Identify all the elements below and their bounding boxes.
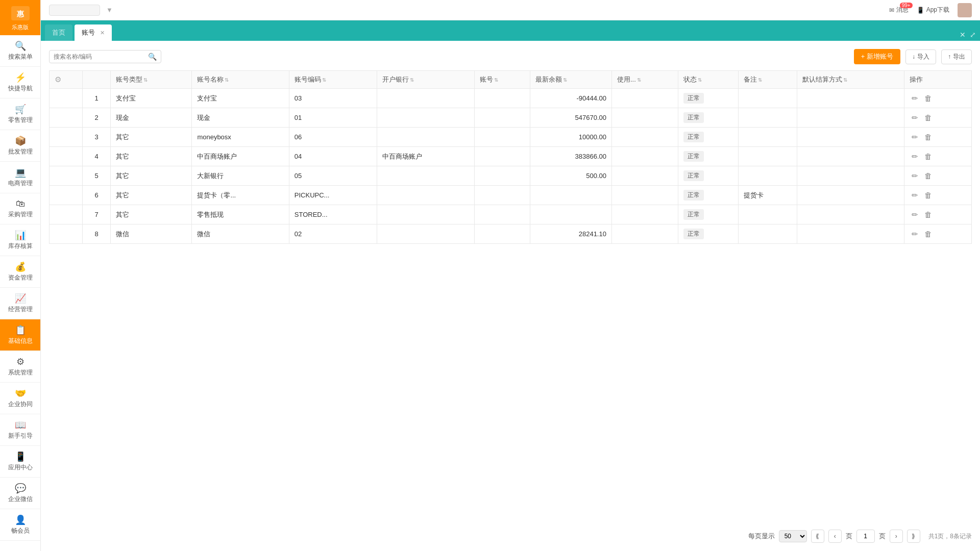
gear-icon[interactable]: ⚙ [55, 75, 61, 84]
sidebar-item-purchase[interactable]: 🛍 采购管理 [0, 193, 40, 224]
sidebar-item-new-guide[interactable]: 📖 新手引导 [0, 414, 40, 446]
per-page-select[interactable]: 50 20 100 [779, 530, 807, 542]
row-remark [738, 166, 797, 186]
row-account-code: 04 [289, 147, 377, 166]
col-settings[interactable]: ⚙ [50, 71, 83, 89]
tab-close-all-icon[interactable]: ✕ [960, 31, 966, 39]
per-page-label: 每页显示 [748, 532, 775, 541]
sidebar-item-finance[interactable]: 💰 资金管理 [0, 256, 40, 288]
user-avatar[interactable] [958, 3, 972, 17]
sort-icon: ⇅ [698, 77, 702, 83]
edit-button[interactable]: ✏ [910, 210, 920, 219]
col-account-no[interactable]: 账号⇅ [474, 71, 530, 89]
tab-home-label: 首页 [52, 28, 65, 37]
sidebar-item-label: 采购管理 [8, 210, 33, 219]
row-account-name: 大新银行 [192, 166, 289, 186]
row-usage [611, 205, 678, 224]
last-page-button[interactable]: ⟫ [907, 530, 920, 543]
edit-button[interactable]: ✏ [910, 94, 920, 103]
col-remark[interactable]: 备注⇅ [738, 71, 797, 89]
col-account-name[interactable]: 账号名称⇅ [192, 71, 289, 89]
col-bank[interactable]: 开户银行⇅ [377, 71, 474, 89]
row-status: 正常 [678, 147, 738, 166]
add-account-button[interactable]: + 新增账号 [854, 49, 900, 64]
row-account-no [474, 205, 530, 224]
sidebar-item-search-menu[interactable]: 🔍 搜索菜单 [0, 35, 40, 67]
delete-button[interactable]: 🗑 [922, 94, 934, 103]
svg-text:惠: 惠 [16, 10, 24, 18]
app-download-button[interactable]: 📱 App下载 [917, 6, 949, 14]
sort-icon: ⇅ [494, 77, 498, 83]
sidebar-item-inventory[interactable]: 📊 库存核算 [0, 224, 40, 256]
table-row: 2 现金 现金 01 547670.00 正常 ✏ 🗑 [50, 108, 972, 128]
row-remark [738, 147, 797, 166]
sidebar-item-retail[interactable]: 🛒 零售管理 [0, 98, 40, 130]
first-page-button[interactable]: ⟪ [811, 530, 824, 543]
search-icon[interactable]: 🔍 [148, 53, 157, 61]
tab-account[interactable]: 账号 ✕ [75, 24, 112, 41]
edit-button[interactable]: ✏ [910, 230, 920, 239]
sidebar-item-label: 企业协同 [8, 400, 33, 409]
export-button[interactable]: ↑ 导出 [941, 49, 972, 64]
sidebar-logo[interactable]: 惠 乐惠版 [0, 0, 40, 35]
row-settings [50, 147, 83, 166]
delete-button[interactable]: 🗑 [922, 133, 934, 141]
sidebar-item-system[interactable]: ⚙ 系统管理 [0, 351, 40, 383]
header-search-input[interactable] [49, 5, 100, 16]
row-remark [738, 89, 797, 108]
edit-button[interactable]: ✏ [910, 191, 920, 200]
delete-button[interactable]: 🗑 [922, 113, 934, 122]
edit-button[interactable]: ✏ [910, 152, 920, 161]
row-account-name: 提货卡（零... [192, 186, 289, 205]
wholesale-icon: 📦 [15, 135, 26, 146]
import-button[interactable]: ↓ 导入 [905, 49, 936, 64]
app-download-label: App下载 [926, 6, 949, 14]
tab-home[interactable]: 首页 [45, 24, 72, 41]
sidebar-item-operations[interactable]: 📈 经营管理 [0, 288, 40, 319]
row-account-type: 现金 [110, 108, 192, 128]
enterprise-wechat-icon: 💬 [15, 483, 26, 494]
sidebar-item-enterprise-wechat[interactable]: 💬 企业微信 [0, 478, 40, 509]
page-input[interactable] [856, 530, 875, 543]
row-bank [377, 89, 474, 108]
table-row: 4 其它 中百商场账户 04 中百商场账户 383866.00 正常 ✏ 🗑 [50, 147, 972, 166]
sidebar-item-basic-info[interactable]: 📋 基础信息 [0, 319, 40, 351]
sidebar-item-label: 经营管理 [8, 305, 33, 314]
col-account-type[interactable]: 账号类型⇅ [110, 71, 192, 89]
edit-button[interactable]: ✏ [910, 171, 920, 181]
row-balance: 500.00 [530, 166, 612, 186]
col-default-settlement[interactable]: 默认结算方式⇅ [797, 71, 904, 89]
mobile-icon: 📱 [917, 7, 924, 14]
sidebar-item-enterprise-agreement[interactable]: 🤝 企业协同 [0, 383, 40, 414]
message-button[interactable]: ✉ 消息 99+ [889, 6, 909, 14]
row-settings [50, 186, 83, 205]
row-default-settlement [797, 89, 904, 108]
col-status[interactable]: 状态⇅ [678, 71, 738, 89]
col-balance[interactable]: 最新余额⇅ [530, 71, 612, 89]
next-page-button[interactable]: › [890, 530, 903, 543]
col-usage[interactable]: 使用...⇅ [611, 71, 678, 89]
delete-button[interactable]: 🗑 [922, 191, 934, 199]
edit-button[interactable]: ✏ [910, 133, 920, 142]
delete-button[interactable]: 🗑 [922, 171, 934, 180]
dropdown-icon[interactable]: ▼ [106, 6, 113, 14]
tab-close-icon[interactable]: ✕ [100, 30, 105, 36]
search-input[interactable] [54, 53, 148, 60]
sidebar-item-wholesale[interactable]: 📦 批发管理 [0, 130, 40, 162]
delete-button[interactable]: 🗑 [922, 230, 934, 238]
edit-button[interactable]: ✏ [910, 113, 920, 122]
status-badge: 正常 [683, 190, 704, 201]
sidebar-item-app-center[interactable]: 📱 应用中心 [0, 446, 40, 478]
delete-button[interactable]: 🗑 [922, 210, 934, 219]
col-account-code[interactable]: 账号编码⇅ [289, 71, 377, 89]
delete-button[interactable]: 🗑 [922, 152, 934, 161]
tab-expand-icon[interactable]: ⤢ [970, 31, 976, 39]
sidebar-item-member[interactable]: 👤 畅会员 [0, 509, 40, 541]
prev-page-button[interactable]: ‹ [828, 530, 842, 543]
sidebar-item-label: 资金管理 [8, 273, 33, 282]
row-usage [611, 128, 678, 147]
row-settings [50, 108, 83, 128]
sidebar-item-quick-nav[interactable]: ⚡ 快捷导航 [0, 67, 40, 98]
row-account-no [474, 186, 530, 205]
sidebar-item-ecommerce[interactable]: 💻 电商管理 [0, 162, 40, 193]
